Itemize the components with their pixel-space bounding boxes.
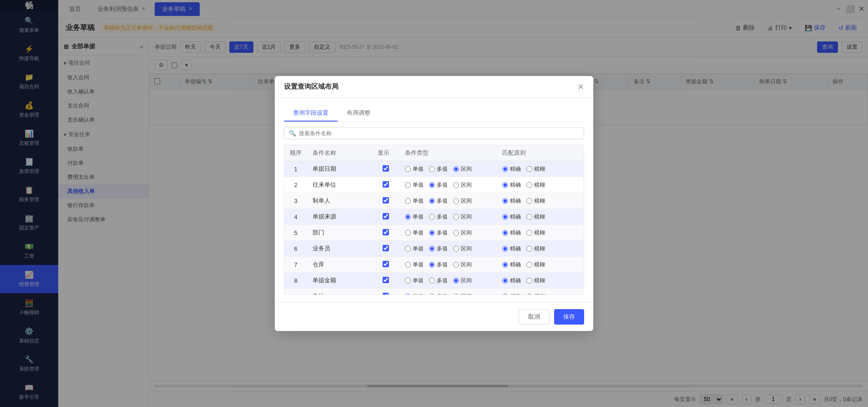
type-radio-多值[interactable]: 多值 [429,197,448,205]
match-radio-模糊[interactable]: 模糊 [526,277,545,285]
row-display[interactable] [372,161,399,177]
modal-dialog: 设置查询区域布局 ✕ 查询字段设置 布局调整 🔍 [275,76,593,331]
type-radio-多值[interactable]: 多值 [429,293,448,295]
match-radio-模糊[interactable]: 模糊 [526,165,545,173]
type-radio-区间[interactable]: 区间 [453,245,472,253]
type-radio-多值[interactable]: 多值 [429,261,448,269]
type-radio-区间[interactable]: 区间 [453,197,472,205]
row-order: 7 [284,257,307,273]
match-radio-精确[interactable]: 精确 [502,213,521,221]
row-display[interactable] [372,241,399,257]
display-checkbox[interactable] [383,262,389,269]
row-display[interactable] [372,177,399,193]
display-checkbox[interactable] [383,182,389,189]
row-order: 8 [284,273,307,289]
match-radio-模糊[interactable]: 模糊 [526,197,545,205]
type-radio-多值[interactable]: 多值 [429,165,448,173]
display-checkbox[interactable] [383,198,389,205]
type-radio-单值[interactable]: 单值 [405,213,424,221]
row-name: 单据金额 [307,273,372,289]
modal-search-icon: 🔍 [289,130,296,137]
type-radio-区间[interactable]: 区间 [453,181,472,189]
modal-tabs: 查询字段设置 布局调整 [284,105,584,122]
type-radio-区间[interactable]: 区间 [453,165,472,173]
modal-tab-layout[interactable]: 布局调整 [338,105,379,122]
row-order: 5 [284,225,307,241]
row-display[interactable] [372,273,399,289]
row-match: 精确 模糊 [497,241,584,257]
row-name: 单据日期 [307,161,372,177]
row-type: 单值 多值 区间 [399,289,497,295]
type-radio-单值[interactable]: 单值 [405,165,424,173]
row-name: 单据来源 [307,209,372,225]
row-match: 精确 模糊 [497,161,584,177]
type-radio-多值[interactable]: 多值 [429,245,448,253]
confirm-button[interactable]: 保存 [554,309,584,325]
match-radio-模糊[interactable]: 模糊 [526,293,545,295]
modal-header: 设置查询区域布局 ✕ [275,76,593,98]
modal-overlay: 设置查询区域布局 ✕ 查询字段设置 布局调整 🔍 [0,0,868,407]
type-radio-多值[interactable]: 多值 [429,229,448,237]
display-checkbox[interactable] [383,278,389,285]
row-type: 单值 多值 区间 [399,241,497,257]
type-radio-区间[interactable]: 区间 [453,213,472,221]
type-radio-单值[interactable]: 单值 [405,277,424,285]
row-name: 业务员 [307,241,372,257]
modal-tab-query-fields[interactable]: 查询字段设置 [284,105,338,122]
modal-search-input[interactable] [299,130,579,137]
modal-tab-layout-label: 布局调整 [347,109,370,116]
type-radio-区间[interactable]: 区间 [453,293,472,295]
type-radio-区间[interactable]: 区间 [453,277,472,285]
th-order: 顺序 [284,145,307,161]
display-checkbox[interactable] [383,230,389,237]
row-display[interactable] [372,193,399,209]
row-name: 仓库 [307,257,372,273]
th-display: 显示 [372,145,399,161]
type-radio-单值[interactable]: 单值 [405,293,424,295]
match-radio-精确[interactable]: 精确 [502,293,521,295]
display-checkbox[interactable] [383,166,389,173]
modal-tab-query-fields-label: 查询字段设置 [293,109,328,116]
match-radio-精确[interactable]: 精确 [502,181,521,189]
match-radio-精确[interactable]: 精确 [502,277,521,285]
modal-footer: 取消 保存 [275,302,593,331]
modal-close-button[interactable]: ✕ [577,83,584,91]
type-radio-区间[interactable]: 区间 [453,261,472,269]
modal-search-box: 🔍 [284,127,584,139]
display-checkbox[interactable] [383,294,389,295]
match-radio-模糊[interactable]: 模糊 [526,245,545,253]
settings-row: 4单据来源 单值 多值 区间 精确 模糊 [284,209,584,225]
cancel-button[interactable]: 取消 [519,309,550,325]
type-radio-单值[interactable]: 单值 [405,197,424,205]
type-radio-多值[interactable]: 多值 [429,213,448,221]
row-display[interactable] [372,289,399,295]
row-order: 2 [284,177,307,193]
row-display[interactable] [372,257,399,273]
row-display[interactable] [372,209,399,225]
row-display[interactable] [372,225,399,241]
type-radio-单值[interactable]: 单值 [405,181,424,189]
type-radio-单值[interactable]: 单值 [405,229,424,237]
match-radio-精确[interactable]: 精确 [502,261,521,269]
row-name: 往来单位 [307,177,372,193]
row-type: 单值 多值 区间 [399,177,497,193]
type-radio-多值[interactable]: 多值 [429,181,448,189]
display-checkbox[interactable] [383,246,389,253]
row-type: 单值 多值 区间 [399,273,497,289]
settings-row: 1单据日期 单值 多值 区间 精确 模糊 [284,161,584,177]
type-radio-单值[interactable]: 单值 [405,261,424,269]
match-radio-模糊[interactable]: 模糊 [526,261,545,269]
display-checkbox[interactable] [383,214,389,221]
match-radio-模糊[interactable]: 模糊 [526,213,545,221]
settings-row: 2往来单位 单值 多值 区间 精确 模糊 [284,177,584,193]
type-radio-单值[interactable]: 单值 [405,245,424,253]
match-radio-精确[interactable]: 精确 [502,245,521,253]
match-radio-精确[interactable]: 精确 [502,197,521,205]
type-radio-区间[interactable]: 区间 [453,229,472,237]
match-radio-模糊[interactable]: 模糊 [526,181,545,189]
match-radio-精确[interactable]: 精确 [502,229,521,237]
modal-title: 设置查询区域布局 [284,82,338,91]
match-radio-精确[interactable]: 精确 [502,165,521,173]
type-radio-多值[interactable]: 多值 [429,277,448,285]
match-radio-模糊[interactable]: 模糊 [526,229,545,237]
